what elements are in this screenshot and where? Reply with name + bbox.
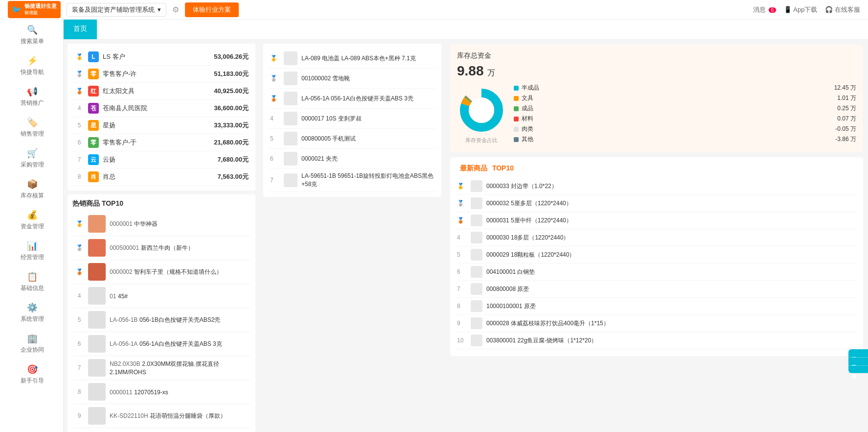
center-product-img [284, 152, 297, 166]
gear-button[interactable]: ⚙ [172, 5, 179, 14]
new-product-info: 0000030 18多层（1220*2440） [486, 234, 856, 242]
sidebar-item-system[interactable]: ⚙️系统管理 [0, 297, 63, 328]
hot-product-row: 🥉 0000002 智利车子里（规格不知道填什么） [72, 260, 251, 284]
donut-svg [457, 86, 506, 135]
customer-name: LS 客户 [103, 52, 210, 61]
product-name: 12070519-xs [134, 389, 168, 396]
new-product-code: 004100001 [486, 268, 516, 275]
rank-number: 8 [74, 173, 84, 180]
sidebar-label-system: 系统管理 [21, 315, 44, 323]
company-icon: 🏢 [27, 333, 38, 344]
donut-chart [457, 86, 506, 135]
product-info: NB2.0X30B 2.0X30MM双摆花轴.摆花直径2.1MM/ROHS [110, 360, 249, 376]
new-product-code: 0000030 [486, 234, 509, 241]
svg-point-4 [469, 97, 494, 123]
product-code: 000500001 [110, 244, 139, 251]
app-download-btn[interactable]: 📱 App下载 [784, 5, 817, 14]
product-code: 0000002 [110, 268, 133, 275]
sidebar-item-search[interactable]: 🔍搜索菜单 [0, 20, 63, 50]
hot-product-row: 6 LA-056-1A 056-1A白色按键开关盖ABS 3克 [72, 332, 251, 356]
message-badge: 6 [769, 7, 777, 13]
product-name: 中华神器 [134, 220, 158, 227]
online-service-btn[interactable]: 🎧 在线客服 [825, 5, 860, 14]
center-rank-num: 🥇 [270, 55, 280, 62]
system-name: 装备及固定资产辅助管理系统 [72, 5, 155, 14]
sidebar-label-marketing: 营销推广 [21, 99, 44, 107]
chart-label: 库存资金占比 [457, 137, 506, 144]
product-info: 0000001 中华神器 [110, 220, 249, 228]
new-product-info: 0000028 体威荔枝味苏打饮品400毫升（1*15） [486, 319, 856, 328]
float-btn-2[interactable]: 直播 [848, 366, 868, 373]
customer-name: 星扬 [103, 121, 210, 130]
new-product-name: 原垄 [524, 303, 536, 310]
center-product-info: LA-056-1A 056-1A白色按键开关盖ABS 3壳 [301, 95, 434, 103]
new-rank-num: 🥇 [457, 183, 467, 190]
guide-icon: 🎯 [27, 364, 38, 375]
customer-amount: 40,925.00元 [214, 87, 249, 96]
product-thumbnail [88, 263, 106, 281]
legend-value: 12.45 万 [834, 84, 856, 92]
system-select[interactable]: 装备及固定资产辅助管理系统 ▾ [67, 3, 166, 17]
new-product-name: 白钢垫 [517, 268, 535, 275]
center-rank-num: 6 [270, 155, 280, 162]
center-rank-num: 4 [270, 115, 280, 122]
new-rank-num: 🥉 [457, 217, 467, 224]
center-product-name: 雪地靴 [332, 75, 350, 82]
rank-number: 5 [74, 122, 84, 129]
new-product-row: 9 0000028 体威荔枝味苏打饮品400毫升（1*15） [457, 315, 856, 332]
new-product-row: 4 0000030 18多层（1220*2440） [457, 229, 856, 246]
sidebar-label-sales: 销售管理 [21, 130, 44, 138]
app-label: App下载 [793, 6, 817, 13]
sidebar-label-inventory: 库存核算 [21, 192, 44, 200]
float-btn-1[interactable]: 服务社区 [848, 358, 868, 366]
new-product-info: 003800001 22g鱼豆腐-烧烤味（1*12*20） [486, 336, 856, 345]
customer-name: 云扬 [103, 155, 213, 164]
trial-button[interactable]: 体验行业方案 [185, 2, 239, 17]
product-info: LA-056-1B 056-1B白色按键开关壳ABS2壳 [110, 316, 249, 324]
hot-rank-num: 🥉 [74, 268, 84, 275]
sidebar-item-basic[interactable]: 📋基础信息 [0, 266, 63, 297]
sidebar-item-purchase[interactable]: 🛒采购管理 [0, 143, 63, 174]
sidebar-item-finance[interactable]: 💰资金管理 [0, 205, 63, 236]
rank-number: 🥇 [74, 53, 84, 60]
new-product-name: 22g鱼豆腐-烧烤味（1*12*20） [517, 337, 597, 344]
customer-rank-row: 🥈 零 零售客户-许 51,183.00元 [72, 66, 251, 83]
sidebar-item-guide[interactable]: 🎯新手引导 [0, 359, 63, 390]
float-btn-0[interactable]: 客服热线 [848, 349, 868, 358]
inventory-card: 库存总资金 9.88 万 [450, 45, 863, 152]
legend-name: 文具 [522, 94, 834, 102]
customer-rank-row: 7 云 云扬 7,680.00元 [72, 151, 251, 168]
center-product-info: 001000002 雪地靴 [301, 74, 434, 83]
customer-badge: 零 [88, 137, 99, 148]
customer-ranking-card: 🥇 L LS 客户 53,006.26元 🥈 零 零售客户-许 51,183.0… [68, 44, 255, 191]
message-label: 消息 [753, 6, 766, 13]
sidebar-item-company[interactable]: 🏢企业协同 [0, 328, 63, 359]
sidebar-item-inventory[interactable]: 📦库存核算 [0, 174, 63, 205]
center-product-img [284, 112, 297, 125]
product-thumbnail [88, 335, 106, 353]
legend-item: 其他 -3.86 万 [514, 135, 856, 144]
product-name: 新西兰牛肉（新牛） [141, 244, 194, 251]
customer-badge: L [88, 51, 99, 62]
rank-number: 7 [74, 156, 84, 163]
sidebar-item-marketing[interactable]: 📢营销推广 [0, 81, 63, 112]
sidebar-item-sales[interactable]: 🏷️销售管理 [0, 112, 63, 143]
new-product-img [471, 249, 482, 261]
new-rank-num: 8 [457, 303, 467, 310]
legend-name: 材料 [522, 115, 834, 123]
inventory-amount-row: 9.88 万 [457, 63, 856, 79]
phone-icon: 📱 [784, 6, 792, 13]
center-products-card: 🥇 LA-089 电池盖 LA-089 ABS本色+黑种 7.1克 🥈 0010… [263, 44, 441, 197]
top-bar-left: 🐦 畅捷通好生意 标准版 装备及固定资产辅助管理系统 ▾ ⚙ 体验行业方案 [8, 1, 239, 18]
new-product-row: 🥇 0000033 封边带（1.0*22） [457, 178, 856, 195]
product-thumbnail [88, 383, 106, 401]
customer-amount: 36,600.00元 [214, 104, 249, 113]
sidebar-item-quicknav[interactable]: ⚡快捷导航 [0, 50, 63, 81]
sidebar-item-operation[interactable]: 📊经营管理 [0, 236, 63, 266]
tab-home[interactable]: 首页 [64, 20, 97, 39]
new-product-img [471, 197, 482, 209]
hot-product-row: 🥈 000500001 新西兰牛肉（新牛） [72, 236, 251, 260]
message-btn[interactable]: 消息 6 [753, 5, 776, 14]
new-product-name: 体威荔枝味苏打饮品400毫升（1*15） [511, 320, 609, 327]
sidebar-label-operation: 经营管理 [21, 253, 44, 262]
